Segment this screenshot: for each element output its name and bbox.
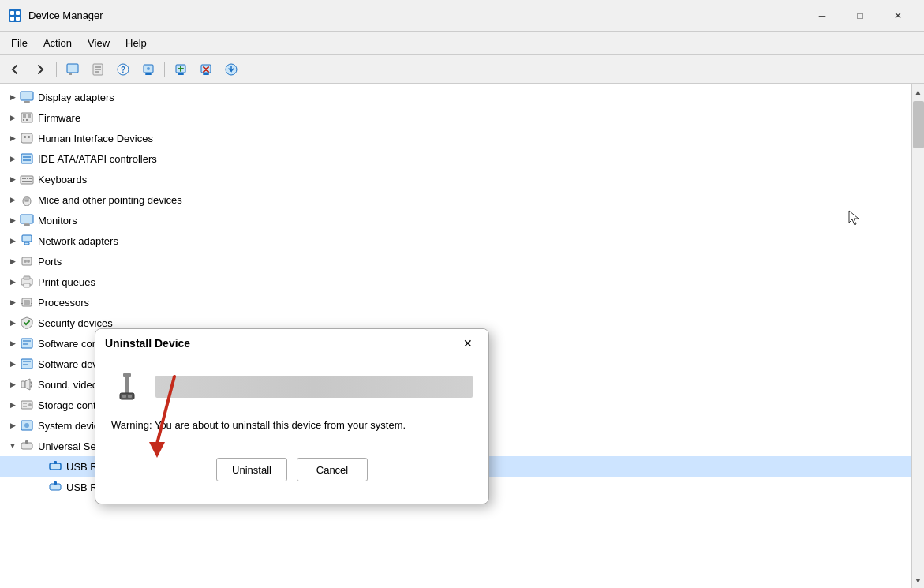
update-driver-btn[interactable]: [86, 58, 110, 81]
properties-btn[interactable]: [61, 58, 84, 81]
maximize-btn[interactable]: □: [842, 4, 878, 28]
expand-ide[interactable]: ▶: [6, 152, 19, 165]
close-btn[interactable]: ✕: [880, 4, 916, 28]
svg-marker-87: [149, 442, 165, 458]
storage-icon: [19, 398, 35, 412]
tree-item-printers[interactable]: ▶ Print queues: [0, 272, 911, 292]
sound-icon: [19, 377, 35, 391]
add-legacy-btn[interactable]: [169, 58, 193, 81]
svg-rect-30: [24, 136, 26, 138]
cancel-button[interactable]: Cancel: [297, 458, 368, 481]
expand-printers[interactable]: ▶: [6, 275, 19, 288]
menu-view[interactable]: View: [80, 34, 118, 52]
svg-rect-45: [24, 224, 30, 226]
svg-rect-63: [23, 340, 31, 342]
svg-rect-75: [21, 443, 32, 449]
svg-rect-28: [26, 119, 28, 121]
toolbar: ?: [0, 55, 924, 84]
svg-rect-25: [23, 114, 26, 118]
firmware-label: Firmware: [38, 112, 80, 124]
svg-rect-46: [24, 223, 29, 224]
svg-rect-78: [54, 461, 57, 464]
expand-sound[interactable]: ▶: [6, 378, 19, 391]
svg-point-16: [147, 67, 150, 70]
tree-item-hid[interactable]: ▶ Human Interface Devices: [0, 128, 911, 148]
svg-point-74: [24, 423, 29, 428]
expand-network[interactable]: ▶: [6, 234, 19, 247]
tree-item-keyboards[interactable]: ▶ Keyboards: [0, 169, 911, 189]
svg-rect-48: [24, 242, 29, 245]
tree-item-network[interactable]: ▶ Network adapters: [0, 230, 911, 251]
tree-item-ide[interactable]: ▶ IDE ATA/ATAPI controllers: [0, 148, 911, 169]
tree-item-ports[interactable]: ▶ Ports: [0, 251, 911, 272]
hid-icon: [19, 131, 35, 145]
tree-item-mice[interactable]: ▶ Mice and other pointing devices: [0, 189, 911, 210]
scroll-down-btn[interactable]: ▼: [912, 572, 924, 588]
ide-icon: [19, 152, 35, 166]
expand-ports[interactable]: ▶: [6, 255, 19, 268]
monitors-icon: [19, 213, 35, 227]
dialog-close-btn[interactable]: ✕: [457, 332, 479, 354]
keyboards-label: Keyboards: [38, 174, 87, 185]
tree-item-firmware[interactable]: ▶ Firmware: [0, 107, 911, 128]
svg-rect-54: [24, 276, 30, 279]
expand-monitors[interactable]: ▶: [6, 214, 19, 227]
svg-rect-3: [10, 17, 14, 21]
scan-btn[interactable]: [137, 58, 160, 81]
expand-display-adapters[interactable]: ▶: [6, 91, 19, 103]
svg-rect-76: [25, 440, 28, 444]
printers-icon: [19, 275, 35, 289]
expand-software2[interactable]: ▶: [6, 358, 19, 370]
uninstall-dialog: Uninstall Device ✕: [95, 328, 489, 504]
svg-rect-31: [28, 136, 30, 138]
download-btn[interactable]: [219, 58, 243, 81]
help-btn[interactable]: ?: [111, 58, 135, 81]
tree-item-display-adapters[interactable]: ▶ Display adapters: [0, 87, 911, 107]
dialog-content: Warning: You are about to uninstall this…: [95, 358, 488, 504]
menu-file[interactable]: File: [3, 34, 36, 52]
menu-action[interactable]: Action: [36, 34, 80, 52]
svg-rect-39: [29, 178, 32, 179]
expand-security[interactable]: ▶: [6, 316, 19, 329]
scroll-up-btn[interactable]: ▲: [912, 84, 924, 99]
security-label: Security devices: [38, 317, 113, 329]
software2-icon: [19, 357, 35, 371]
processors-label: Processors: [38, 297, 89, 309]
toolbar-sep-2: [164, 62, 165, 77]
tree-item-monitors[interactable]: ▶ Monitors: [0, 210, 911, 230]
monitors-label: Monitors: [38, 215, 77, 227]
svg-rect-37: [24, 178, 26, 179]
expand-system[interactable]: ▶: [6, 419, 19, 432]
scrollbar-track[interactable]: [912, 150, 924, 572]
tree-item-processors[interactable]: ▶ Processors: [0, 292, 911, 313]
svg-rect-58: [21, 301, 23, 301]
svg-point-52: [27, 260, 30, 263]
forward-btn[interactable]: [28, 58, 52, 81]
system-icon: [19, 418, 35, 433]
menu-bar: File Action View Help: [0, 32, 924, 55]
uninstall-red-btn[interactable]: [194, 58, 218, 81]
svg-rect-20: [203, 73, 209, 75]
minimize-btn[interactable]: ─: [804, 4, 840, 28]
svg-rect-79: [50, 484, 61, 490]
scrollbar-thumb[interactable]: [913, 101, 924, 148]
expand-hid[interactable]: ▶: [6, 132, 19, 144]
scrollbar[interactable]: ▲ ▼: [911, 84, 924, 588]
mice-icon: [19, 193, 35, 207]
uninstall-button[interactable]: Uninstall: [216, 458, 287, 481]
expand-usb[interactable]: ▼: [6, 440, 19, 452]
expand-firmware[interactable]: ▶: [6, 111, 19, 124]
svg-rect-80: [54, 481, 57, 485]
expand-processors[interactable]: ▶: [6, 296, 19, 309]
menu-help[interactable]: Help: [118, 34, 155, 52]
svg-rect-38: [27, 178, 28, 179]
svg-rect-26: [28, 114, 31, 118]
arrow-indicator: [127, 373, 190, 459]
expand-storage[interactable]: ▶: [6, 399, 19, 411]
expand-mice[interactable]: ▶: [6, 193, 19, 206]
svg-rect-4: [16, 17, 20, 21]
back-btn[interactable]: [3, 58, 27, 81]
expand-software1[interactable]: ▶: [6, 337, 19, 350]
svg-line-86: [157, 376, 174, 444]
expand-keyboards[interactable]: ▶: [6, 173, 19, 185]
